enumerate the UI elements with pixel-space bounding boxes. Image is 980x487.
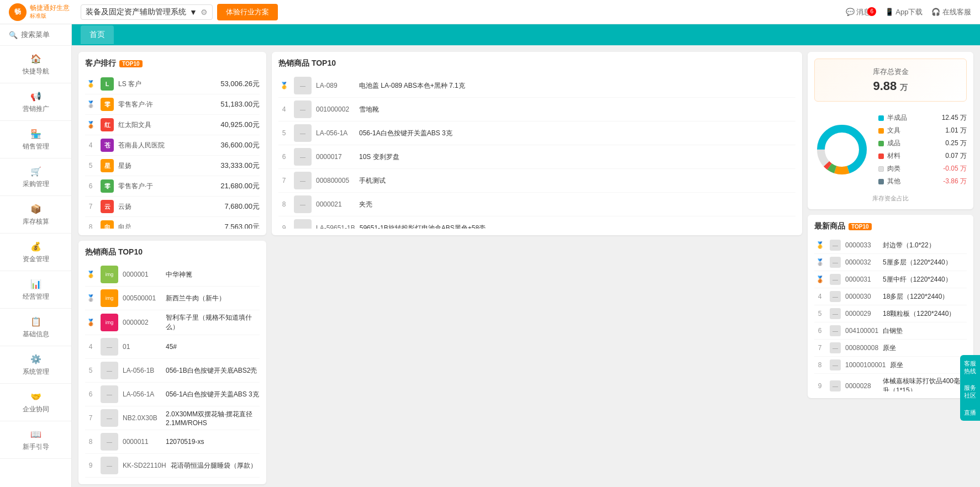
legend-item: 肉类 -0.05 万 bbox=[878, 162, 967, 175]
sidebar-item-sales[interactable]: 🏪 销售管理 bbox=[0, 121, 71, 158]
customer-ranking-title: 客户排行 TOP10 bbox=[85, 59, 260, 68]
new-product-row[interactable]: 5 — 0000029 18颗粒板（1220*2440） bbox=[814, 305, 967, 322]
product-row[interactable]: 6 — LA-056-1A 056-1A白色按键开关盖ABS 3克 bbox=[85, 383, 260, 406]
customer-rank-row[interactable]: 🥇 L LS 客户 53,006.26元 bbox=[85, 74, 260, 94]
nav-tabs: 首页 bbox=[72, 24, 980, 45]
customer-rank-row[interactable]: 6 零 零售客户·于 21,680.00元 bbox=[85, 176, 260, 197]
product-row[interactable]: 🥇 img 0000001 中华神篦 bbox=[85, 263, 260, 287]
new-product-row[interactable]: 🥈 — 0000032 5厘多层（1220*2440） bbox=[814, 254, 967, 271]
trial-button[interactable]: 体验行业方案 bbox=[217, 4, 278, 20]
inventory-icon: 📦 bbox=[30, 203, 42, 215]
customer-rank-row[interactable]: 🥈 零 零售客户·许 51,183.00元 bbox=[85, 94, 260, 115]
sidebar-item-system[interactable]: ⚙️ 系统管理 bbox=[0, 346, 71, 384]
sidebar-item-purchase[interactable]: 🛒 采购管理 bbox=[0, 158, 71, 196]
col-right: 库存总资金 9.88 万 bbox=[808, 52, 973, 480]
customer-ranking-card: 客户排行 TOP10 🥇 L LS 客户 53,006.26元 🥈 bbox=[78, 52, 266, 235]
product-row[interactable]: 6 — 0000017 10S 变刹罗盘 bbox=[278, 145, 795, 169]
legend-item: 成品 0.25 万 bbox=[878, 137, 967, 150]
new-product-icon: — bbox=[830, 380, 841, 391]
purchase-icon: 🛒 bbox=[30, 165, 42, 177]
product-row[interactable]: 9 — KK-SD22110H 花语萌恒温分腿睡袋（厚款） bbox=[85, 454, 260, 478]
new-product-row[interactable]: 9 — 0000028 体械嘉核味苏打饮品400毫升（1*15） bbox=[814, 374, 967, 391]
customer-rank-row[interactable]: 4 苍 苍南县人民医院 36,600.00元 bbox=[85, 135, 260, 156]
settings-icon[interactable]: ⚙ bbox=[201, 8, 208, 17]
new-product-row[interactable]: 6 — 004100001 白钢垫 bbox=[814, 322, 967, 340]
hot-products-left-list: 🥇 img 0000001 中华神篦 🥈 img 000500001 新西兰牛肉… bbox=[85, 263, 260, 478]
new-product-row[interactable]: 🥉 — 0000031 5厘中纤（1220*2440） bbox=[814, 271, 967, 288]
customer-rank-row[interactable]: 7 云 云扬 7,680.00元 bbox=[85, 197, 260, 217]
avatar: 零 bbox=[101, 179, 114, 193]
product-image: — bbox=[294, 195, 312, 213]
float-btn-live[interactable]: 直播 bbox=[960, 404, 980, 421]
new-product-row[interactable]: 4 — 0000030 18多层（1220*2440） bbox=[814, 288, 967, 305]
operation-icon: 📊 bbox=[30, 278, 42, 290]
finance-icon: 💰 bbox=[30, 240, 42, 252]
float-buttons: 客服热线 服务社区 直播 bbox=[960, 355, 980, 421]
inventory-card: 库存总资金 9.88 万 bbox=[808, 52, 973, 209]
home-icon: 🏠 bbox=[30, 52, 42, 65]
product-image: — bbox=[101, 433, 118, 451]
sidebar-item-basic[interactable]: 📋 基础信息 bbox=[0, 309, 71, 346]
sidebar-item-operation[interactable]: 📊 经营管理 bbox=[0, 271, 71, 309]
search-icon: 🔍 bbox=[9, 31, 18, 39]
sidebar-item-home[interactable]: 🏠 快捷导航 bbox=[0, 46, 71, 83]
new-product-row[interactable]: 8 — 10000100001 原坐 bbox=[814, 357, 967, 374]
sidebar-item-marketing[interactable]: 📢 营销推广 bbox=[0, 83, 71, 121]
app-download-icon[interactable]: 📱 App下载 bbox=[885, 7, 923, 17]
tab-home[interactable]: 首页 bbox=[81, 25, 114, 44]
product-image: — bbox=[101, 338, 118, 356]
product-row[interactable]: 🥉 img 0000002 智利车子里（规格不知道填什么） bbox=[85, 310, 260, 335]
inventory-legend: 半成品 12.45 万 文具 1.01 万 成品 0 bbox=[878, 112, 967, 188]
new-product-icon: — bbox=[830, 342, 841, 353]
service-icon[interactable]: 🎧 在线客服 bbox=[931, 7, 971, 17]
sidebar-item-inventory[interactable]: 📦 库存核算 bbox=[0, 196, 71, 234]
customer-rank-row[interactable]: 🥉 红 红太阳文具 40,925.00元 bbox=[85, 115, 260, 135]
legend-item: 其他 -3.86 万 bbox=[878, 175, 967, 188]
float-btn-service[interactable]: 客服热线 bbox=[960, 355, 980, 380]
new-products-card: 最新商品 TOP10 🥇 — 0000033 封边带（1.0*22） 🥈 — bbox=[808, 215, 973, 398]
search-menu[interactable]: 🔍 搜索菜单 bbox=[0, 24, 71, 46]
basic-icon: 📋 bbox=[30, 315, 42, 327]
product-row[interactable]: 9 — LA-59651-1B 59651-1B旋转投影灯电池盒ABS黑色+58… bbox=[278, 216, 795, 229]
avatar: 星 bbox=[101, 159, 114, 172]
product-row[interactable]: 8 — 0000021 夹壳 bbox=[278, 193, 795, 216]
new-product-row[interactable]: 7 — 000800008 原坐 bbox=[814, 340, 967, 357]
float-btn-community[interactable]: 服务社区 bbox=[960, 379, 980, 404]
product-row[interactable]: 7 — 000800005 手机测试 bbox=[278, 169, 795, 193]
inventory-total: 库存总资金 9.88 万 bbox=[814, 59, 967, 102]
message-icon[interactable]: 💬 消息6 bbox=[846, 7, 877, 17]
product-row[interactable]: 🥇 — LA-089 电池盖 LA-089 ABS本色+黑种 7.1克 bbox=[278, 74, 795, 98]
sidebar-item-guide[interactable]: 📖 新手引导 bbox=[0, 421, 71, 459]
customer-rank-row[interactable]: 8 向 向总 7,563.00元 bbox=[85, 217, 260, 229]
product-row[interactable]: 4 — 001000002 雪地靴 bbox=[278, 98, 795, 121]
avatar: L bbox=[101, 77, 114, 91]
product-image: — bbox=[101, 457, 118, 474]
col-customer-ranking: 客户排行 TOP10 🥇 L LS 客户 53,006.26元 🥈 bbox=[78, 52, 266, 480]
product-image: — bbox=[294, 148, 312, 166]
new-product-icon: — bbox=[830, 359, 841, 370]
product-row[interactable]: 🥈 img 000500001 新西兰牛肉（新牛） bbox=[85, 287, 260, 310]
inventory-value: 9.88 万 bbox=[823, 79, 958, 93]
product-row[interactable]: 7 — NB2.0X30B 2.0X30MM双摆花轴·摆花直径2.1MM/ROH… bbox=[85, 406, 260, 430]
product-image: img bbox=[101, 289, 118, 307]
product-row[interactable]: 5 — LA-056-1A 056-1A白色按键开关盖ABS 3克 bbox=[278, 121, 795, 145]
product-row[interactable]: 4 — 01 45# bbox=[85, 335, 260, 359]
product-row[interactable]: 8 — 0000011 12070519-xs bbox=[85, 430, 260, 454]
sidebar-item-enterprise[interactable]: 🤝 企业协同 bbox=[0, 384, 71, 421]
sidebar: 🔍 搜索菜单 🏠 快捷导航 📢 营销推广 🏪 销售管理 🛒 采购管理 📦 库存核… bbox=[0, 24, 72, 487]
product-image: — bbox=[294, 219, 312, 229]
hot-products-mid-card: 热销商品 TOP10 🥇 — LA-089 电池盖 LA-089 ABS本色+黑… bbox=[272, 52, 802, 235]
sidebar-item-finance[interactable]: 💰 资金管理 bbox=[0, 234, 71, 271]
system-name[interactable]: 装备及固定资产辅助管理系统 ▼ ⚙ bbox=[81, 4, 213, 20]
product-image: img bbox=[101, 314, 118, 331]
inventory-ratio-label: 库存资金占比 bbox=[814, 192, 967, 203]
hot-products-left-title: 热销商品 TOP10 bbox=[85, 247, 260, 257]
product-row[interactable]: 5 — LA-056-1B 056-1B白色按键开关底ABS2壳 bbox=[85, 359, 260, 383]
product-image: — bbox=[294, 172, 312, 189]
product-image: img bbox=[101, 266, 118, 283]
new-product-row[interactable]: 🥇 — 0000033 封边带（1.0*22） bbox=[814, 237, 967, 254]
main-content: 首页 客户排行 TOP10 🥇 L LS 客户 bbox=[72, 24, 980, 487]
customer-rank-row[interactable]: 5 星 星扬 33,333.00元 bbox=[85, 156, 260, 176]
avatar: 向 bbox=[101, 220, 114, 229]
product-image: — bbox=[101, 362, 118, 379]
